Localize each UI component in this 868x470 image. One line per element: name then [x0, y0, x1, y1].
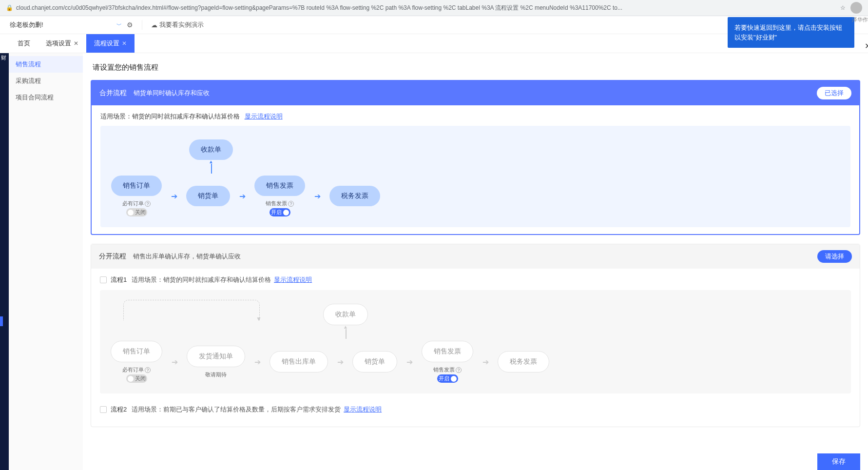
meta-invoice: 销售发票? 开启 — [266, 200, 294, 216]
proc2-scene: 适用场景：前期已与客户确认了结算价格及数量，后期按客户需求安排发货 — [132, 405, 341, 414]
chevron-down-icon: ﹀ — [116, 21, 122, 29]
node-sales-order: 销售订单 — [111, 341, 162, 362]
tooltip-text: 若要快速返回到这里，请点击安装按钮以安装"好业财" — [734, 24, 842, 41]
content: 请设置您的销售流程 合并流程 销货单同时确认库存和应收 已选择 适用场景：销货的… — [83, 53, 868, 470]
help-icon[interactable]: ? — [145, 367, 151, 373]
proc1-scene: 适用场景：销货的同时就扣减库存和确认结算价格 — [132, 275, 271, 284]
node-label: 销售订单 — [123, 181, 150, 189]
split-title: 分开流程 — [99, 252, 126, 261]
arrow-down-icon: ▼ — [256, 315, 262, 322]
proc2-name: 流程2 — [111, 405, 127, 414]
top-header: 徐老板勿删! ﹀ ⚙ ☁ 我要看实例演示 若要快速返回到这里，请点击安装按钮以安… — [0, 16, 868, 34]
tab-home[interactable]: 首页 — [10, 34, 38, 53]
tab-options[interactable]: 选项设置 ✕ — [38, 34, 86, 53]
merge-selected-badge[interactable]: 已选择 — [817, 87, 851, 99]
node-label: 税务发票 — [341, 192, 368, 199]
page-title: 请设置您的销售流程 — [91, 59, 860, 80]
split-select-button[interactable]: 请选择 — [817, 250, 852, 263]
sidebar-item-contract[interactable]: 项目合同流程 — [9, 89, 83, 106]
node-label: 销售出库单 — [282, 357, 316, 365]
node-delivery: 销货单 — [186, 186, 230, 206]
close-icon[interactable]: ✕ — [865, 41, 868, 51]
proc1-checkbox[interactable] — [100, 276, 107, 283]
node-tax-invoice: 税务发票 — [498, 351, 549, 372]
demo-link[interactable]: ☁ 我要看实例演示 — [151, 20, 204, 29]
split-flow-card: 分开流程 销售出库单确认库存，销货单确认应收 请选择 流程1 适用场景：销货的同… — [91, 244, 860, 427]
profile-avatar[interactable] — [850, 2, 862, 14]
toggle-order[interactable]: 关闭 — [126, 208, 147, 216]
meta-order: 必有订单? 关闭 — [122, 366, 151, 383]
merge-flow-header: 合并流程 销货单同时确认库存和应收 已选择 — [92, 81, 859, 105]
sidebar-item-label: 项目合同流程 — [16, 94, 54, 101]
gear-icon[interactable]: ⚙ — [127, 21, 133, 29]
tab-flow-setting[interactable]: 流程设置 ✕ — [86, 34, 135, 53]
node-delivery: 销货单 — [352, 351, 397, 372]
tab-label: 首页 — [18, 39, 30, 48]
lock-icon: 🔒 — [6, 4, 13, 11]
meta-order: 必有订单? 关闭 — [122, 200, 151, 216]
toggle-order[interactable]: 关闭 — [126, 374, 147, 383]
company-select[interactable]: 徐老板勿删! ﹀ — [10, 20, 122, 29]
url-bar: 🔒 cloud.chanjet.com/cc/u0d05qwhyel/37bfs… — [0, 0, 868, 16]
node-tax-invoice: 税务发票 — [329, 186, 380, 206]
arrow-right-icon: ➔ — [328, 357, 352, 367]
scene-prefix: 适用场景： — [100, 113, 132, 120]
node-receipt: 收款单 — [323, 304, 368, 325]
merge-title: 合并流程 — [99, 89, 127, 98]
merge-subtitle: 销货单同时确认库存和应收 — [134, 89, 210, 98]
tab-label: 选项设置 — [46, 39, 71, 48]
arrow-right-icon: ➔ — [305, 192, 329, 201]
footer-save: 保存 — [817, 453, 860, 470]
show-flow-desc-link[interactable]: 显示流程说明 — [274, 275, 312, 284]
close-icon[interactable]: ✕ — [122, 40, 127, 47]
proc1-diagram: ▼ 收款单 销售订单 — [100, 290, 851, 393]
proc2-checkbox[interactable] — [100, 406, 107, 413]
close-icon[interactable]: ✕ — [74, 40, 78, 47]
split-flow-header: 分开流程 销售出库单确认库存，销货单确认应收 请选择 — [91, 244, 860, 269]
node-label: 销售发票 — [266, 181, 293, 189]
meta-wait: 敬请期待 — [205, 371, 227, 378]
show-flow-desc-link[interactable]: 显示流程说明 — [245, 113, 283, 120]
help-icon[interactable]: ? — [145, 201, 151, 207]
dashed-back-link — [123, 300, 260, 320]
save-label: 保存 — [832, 457, 846, 465]
node-receipt: 收款单 — [189, 139, 233, 160]
node-label: 销售发票 — [434, 347, 461, 355]
node-label: 发货通知单 — [199, 352, 233, 360]
tab-label: 流程设置 — [94, 39, 119, 48]
save-button[interactable]: 保存 — [817, 453, 860, 470]
sidebar-item-label: 销售流程 — [16, 60, 41, 68]
sidebar-item-sales[interactable]: 销售流程 — [9, 56, 83, 73]
demo-link-label: 我要看实例演示 — [159, 20, 204, 29]
arrow-right-icon: ➔ — [397, 357, 422, 367]
toggle-invoice[interactable]: 开启 — [270, 208, 290, 216]
left-brand-bar: 财 — [0, 53, 9, 470]
brand-notch — [0, 316, 3, 326]
help-icon[interactable]: ? — [288, 201, 294, 207]
node-label: 销售订单 — [123, 347, 150, 355]
node-label: 收款单 — [335, 310, 356, 318]
arrow-right-icon: ➔ — [473, 357, 498, 367]
node-sales-order: 销售订单 — [111, 176, 162, 196]
sidebar: 销售流程 采购流程 项目合同流程 — [9, 53, 83, 470]
node-ship-notice: 发货通知单 — [187, 346, 245, 367]
url-text: cloud.chanjet.com/cc/u0d05qwhyel/37bfskc… — [16, 4, 836, 12]
proc1-line: 流程1 适用场景：销货的同时就扣减库存和确认结算价格 显示流程说明 — [100, 275, 851, 284]
toggle-invoice[interactable]: 开启 — [437, 374, 458, 383]
node-sales-invoice: 销售发票 — [422, 341, 473, 362]
sidebar-item-purchase[interactable]: 采购流程 — [9, 73, 83, 89]
arrow-right-icon: ➔ — [162, 357, 187, 367]
split-subtitle: 销售出库单确认库存，销货单确认应收 — [133, 252, 241, 261]
merge-diagram: 收款单 销售订单 必有订单? 关闭 — [100, 126, 850, 227]
arrow-right-icon: ➔ — [245, 357, 270, 367]
install-tooltip: 若要快速返回到这里，请点击安装按钮以安装"好业财" — [728, 17, 854, 48]
arrow-right-icon: ➔ — [162, 192, 186, 201]
star-icon[interactable]: ☆ — [840, 4, 846, 11]
brand-char: 财 — [1, 54, 6, 61]
meta-invoice: 销售发票? 开启 — [433, 366, 462, 383]
help-icon[interactable]: ? — [456, 367, 462, 373]
node-label: 税务发票 — [510, 357, 537, 365]
arrow-right-icon: ➔ — [230, 192, 254, 201]
show-flow-desc-link[interactable]: 显示流程说明 — [344, 405, 382, 414]
node-label: 销货单 — [365, 357, 385, 365]
